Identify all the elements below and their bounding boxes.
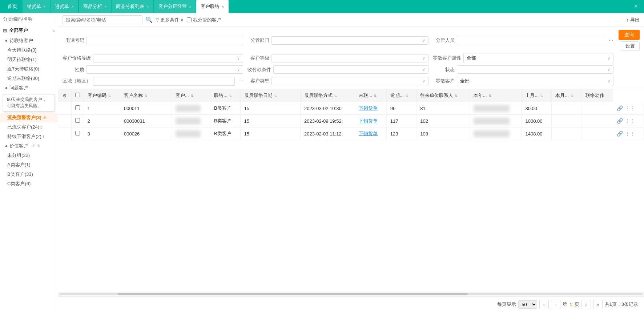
customer-level-arrow-icon: ∨ xyxy=(422,56,425,61)
th-contact-count[interactable]: 联络... ⇅ xyxy=(210,89,241,102)
filter-search-button[interactable]: 🔍 xyxy=(145,16,153,23)
collapse-icon[interactable]: « xyxy=(52,28,55,33)
adv-field-payment-select[interactable]: ∨ xyxy=(273,65,428,74)
th-type[interactable]: 客户... ⇅ xyxy=(172,89,210,102)
th-code[interactable]: 客户编码 ⇅ xyxy=(84,89,120,102)
tab-salesorder[interactable]: 销货单 × xyxy=(23,0,50,13)
td-last-month-1 xyxy=(551,115,581,127)
sidebar-item-7day-contact[interactable]: 近7天待联络(0) xyxy=(0,64,58,74)
tab-product-analysis-list-close[interactable]: × xyxy=(146,4,149,9)
horizontal-scrollbar[interactable] xyxy=(58,292,644,296)
sidebar-item-churn-warning[interactable]: 流失预警客户(3) ⚠ xyxy=(0,113,58,122)
sidebar-item-class-a[interactable]: A类客户(1) xyxy=(0,160,58,170)
adv-field-retail-select[interactable]: 全部 ∨ xyxy=(457,76,613,86)
window-close-button[interactable]: × xyxy=(631,1,641,12)
adv-field-customer-level-select[interactable]: ∨ xyxy=(271,54,428,62)
row-checkbox-1[interactable] xyxy=(75,118,80,123)
sidebar-item-class-b[interactable]: B类客户(33) xyxy=(0,170,58,179)
adv-field-customer-level: 客户等级 ∨ xyxy=(247,54,428,62)
tab-product-analysis[interactable]: 商品分析 × xyxy=(79,0,111,13)
export-button[interactable]: ↑ 导出 xyxy=(627,17,640,23)
tab-customer-layered[interactable]: 客户分层经营 × xyxy=(154,0,196,13)
query-button[interactable]: 查询 xyxy=(619,30,640,40)
tab-product-analysis-list[interactable]: 商品分析列表 × xyxy=(112,0,153,13)
td-checkbox-1[interactable] xyxy=(71,115,84,127)
prev-page-button[interactable]: ‹ xyxy=(551,300,560,309)
all-customers-header[interactable]: ⊞ 全部客户 « xyxy=(0,25,58,36)
td-last-method-0[interactable]: 下销货单 xyxy=(355,102,386,115)
edit-icon[interactable]: ✎ xyxy=(37,143,41,149)
th-contact2[interactable]: 往来单位联系人 ⇅ xyxy=(416,89,470,102)
th-name[interactable]: 客户名称 ⇅ xyxy=(120,89,172,102)
manager-dots-icon[interactable]: ··· xyxy=(609,37,613,44)
next-page-button[interactable]: › xyxy=(581,300,591,309)
tab-purchaseorder[interactable]: 进货单 × xyxy=(51,0,78,13)
group-value-label: 价值客户 xyxy=(9,143,28,149)
th-this-month[interactable]: 本月... ⇅ xyxy=(551,89,581,102)
sidebar-item-churned[interactable]: 已流失客户(24) ℹ xyxy=(0,122,58,132)
group-value-customers[interactable]: ▼ 价值客户 ↺ ✎ xyxy=(0,141,58,151)
adv-field-price-level-select[interactable]: ∨ xyxy=(93,54,243,62)
action-menu-icon-1[interactable]: ⋮⋮ xyxy=(625,118,635,124)
td-last-method-2[interactable]: 下销货单 xyxy=(355,127,386,140)
group-problem-customers[interactable]: ▼ 问题客户 xyxy=(0,83,58,93)
select-all-checkbox[interactable] xyxy=(75,93,80,97)
adv-field-customer-type-select[interactable]: ∨ xyxy=(271,77,428,85)
row-checkbox-2[interactable] xyxy=(75,131,80,135)
home-tab[interactable]: 首页 xyxy=(3,0,22,13)
th-overdue[interactable]: 逾期... ⇅ xyxy=(386,89,416,102)
adv-field-dept-select[interactable]: ∨ xyxy=(271,36,428,45)
last-method-link-0[interactable]: 下销货单 xyxy=(359,105,378,111)
region-dots-icon[interactable]: ··· xyxy=(238,78,243,84)
tab-customer-layered-close[interactable]: × xyxy=(189,4,191,9)
td-contact-0: 15 xyxy=(240,102,300,115)
sidebar-item-overdue-contact[interactable]: 逾期未联络(30) xyxy=(0,74,58,83)
adv-field-status-select[interactable]: ∨ xyxy=(457,65,613,74)
last-method-link-1[interactable]: 下销货单 xyxy=(359,118,378,123)
my-customers-filter[interactable]: 我分管的客户 xyxy=(187,17,221,23)
tab-purchaseorder-close[interactable]: × xyxy=(71,4,73,9)
more-conditions-button[interactable]: ▽ 更多条件 ∨ xyxy=(156,17,184,23)
th-last-month[interactable]: 上月... ⇅ xyxy=(522,89,552,102)
sidebar-item-tomorrow-contact[interactable]: 明天待联络(1) xyxy=(0,55,58,64)
th-uncontacted[interactable]: 未联... ⇅ xyxy=(355,89,386,102)
action-menu-icon-0[interactable]: ⋮⋮ xyxy=(625,105,635,111)
tab-product-analysis-close[interactable]: × xyxy=(104,4,106,9)
adv-field-nature-select[interactable]: ∨ xyxy=(86,65,243,74)
filter-search-input[interactable] xyxy=(63,15,142,24)
adv-field-phone-input[interactable] xyxy=(86,36,243,45)
sidebar-item-ungroup[interactable]: 未分组(32) xyxy=(0,151,58,160)
th-year-amount[interactable]: 本年... ⇅ xyxy=(470,89,522,102)
tab-customer-contact-close[interactable]: × xyxy=(222,4,224,9)
row-checkbox-0[interactable] xyxy=(75,105,80,110)
group-pending-contact[interactable]: ▼ 待联络客户 xyxy=(0,36,58,45)
tab-customer-contact[interactable]: 客户联络 × xyxy=(196,0,228,13)
adv-field-retail-attr-select[interactable]: 全部 ∨ xyxy=(463,53,613,63)
td-checkbox-0[interactable] xyxy=(71,102,84,115)
pagination-bar: 每页显示 50 20 100 « ‹ 第 1 页 › » 共1页，3条记录 xyxy=(58,296,644,312)
last-method-link-2[interactable]: 下销货单 xyxy=(359,131,378,136)
adv-field-region-input[interactable] xyxy=(93,77,235,86)
sidebar-search-input[interactable] xyxy=(3,16,58,22)
tab-salesorder-close[interactable]: × xyxy=(43,4,45,9)
my-customers-checkbox[interactable] xyxy=(187,17,192,22)
first-page-button[interactable]: « xyxy=(539,300,549,309)
adv-field-manager-input[interactable] xyxy=(457,36,605,45)
action-link-icon-1[interactable]: 🔗 xyxy=(617,118,623,124)
last-page-button[interactable]: » xyxy=(593,300,603,309)
td-last-method-1[interactable]: 下销货单 xyxy=(355,115,386,127)
sidebar-item-declining[interactable]: 持续下滑客户(2) ℹ xyxy=(0,132,58,141)
td-year-amount-2: 1408.00 xyxy=(522,127,552,140)
action-link-icon-2[interactable]: 🔗 xyxy=(617,131,623,137)
th-last-method[interactable]: 最后联络方式 ⇅ xyxy=(301,89,355,102)
th-last-date[interactable]: 最后联络日期 ⇅ xyxy=(240,89,300,102)
action-menu-icon-2[interactable]: ⋮⋮ xyxy=(625,131,635,137)
sidebar-item-class-c[interactable]: C类客户(6) xyxy=(0,179,58,189)
sidebar-item-today-contact[interactable]: 今天待联络(0) xyxy=(0,45,58,55)
per-page-select[interactable]: 50 20 100 xyxy=(518,300,537,309)
td-checkbox-2[interactable] xyxy=(71,127,84,140)
refresh-icon[interactable]: ↺ xyxy=(31,143,35,149)
action-link-icon-0[interactable]: 🔗 xyxy=(617,105,623,111)
settings-button[interactable]: 设置 xyxy=(621,41,640,51)
scrollbar-thumb[interactable] xyxy=(118,293,467,295)
